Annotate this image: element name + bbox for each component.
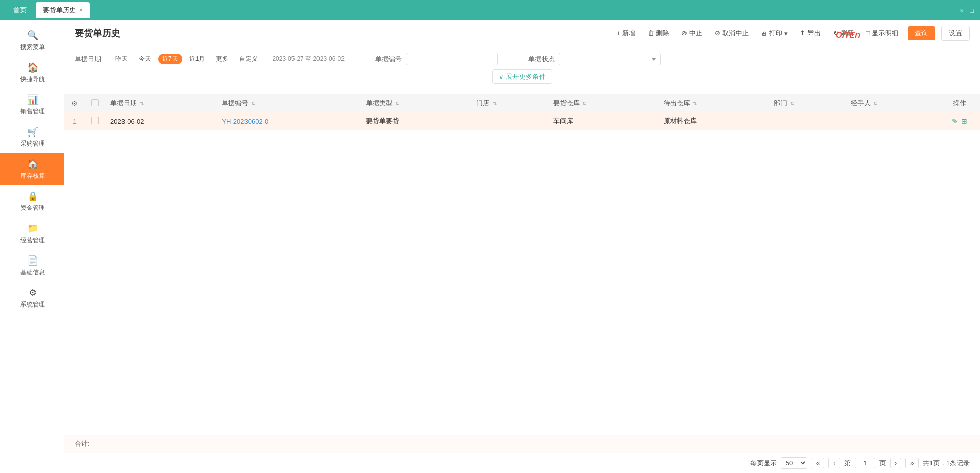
display-detail-button[interactable]: □ 显示明细 [863,27,901,40]
delete-button[interactable]: 🗑 删除 [645,27,673,40]
row-dept [769,112,846,130]
row-date: 2023-06-02 [105,112,216,130]
often-badge: OfTEn [836,31,860,40]
chart-icon: 📊 [27,94,38,105]
sort-pending-wh-icon: ⇅ [693,101,697,106]
sidebar-item-quick-nav[interactable]: 🏠 快捷导航 [0,57,64,89]
pagination-bar: 每页显示 50 10 20 100 « ‹ 第 页 › » 共1页，1条记录 [64,453,980,473]
row-action: ✎ ⊞ [939,112,980,130]
shortcut-yesterday[interactable]: 昨天 [111,54,132,64]
export-button[interactable]: ⬆ 导出 [797,27,824,40]
home-icon: 🏠 [27,62,38,73]
row-type: 要货单要货 [361,112,471,130]
next-page-button[interactable]: › [890,458,901,468]
order-no-input[interactable] [406,53,498,65]
col-checkbox[interactable] [85,94,105,112]
sidebar-item-system[interactable]: ⚙ 系统管理 [0,282,64,314]
col-action: 操作 [939,94,980,112]
print-dropdown-icon: ▾ [784,30,788,37]
row-handler [846,112,939,130]
sidebar-item-sales[interactable]: 📊 销售管理 [0,89,64,121]
table-area: ⚙ 单据日期 ⇅ 单据编号 ⇅ 单据类型 [64,94,980,435]
window-close-icon[interactable]: × [960,7,964,14]
shortcut-last1month[interactable]: 近1月 [185,54,209,64]
col-handler[interactable]: 经手人 ⇅ [846,94,939,112]
content-area: 要货单历史 + 新增 🗑 删除 ⊘ 中止 ⊘ 取消中止 🖨 打印 ▾ [64,20,980,473]
tab-home[interactable]: 首页 [6,2,34,18]
row-num: 1 [64,112,85,130]
new-button[interactable]: + 新增 [614,27,639,40]
filter-row-2: ∨ 展开更多条件 [75,69,970,84]
pagination-summary: 共1页，1条记录 [923,459,970,468]
table-row: 1 2023-06-02 YH-20230602-0 要货单要货 车间库 原材料… [64,112,980,130]
close-tab-icon[interactable]: × [79,7,83,14]
shortcut-today[interactable]: 今天 [135,54,155,64]
search-icon: 🔍 [27,30,38,41]
row-checkbox[interactable] [85,112,105,130]
print-button[interactable]: 🖨 打印 ▾ [758,27,791,40]
document-icon: 📄 [27,255,38,266]
query-button[interactable]: 查询 [908,26,935,40]
filter-row-1: 单据日期 昨天 今天 近7天 近1月 更多 自定义 2023-05-27 至 2… [75,53,970,65]
col-date[interactable]: 单据日期 ⇅ [105,94,216,112]
window-maximize-icon[interactable]: □ [970,7,974,14]
order-no-label: 单据编号 [375,55,402,64]
status-select[interactable] [559,53,661,65]
page-input[interactable] [855,458,875,468]
cancel-stop-button[interactable]: ⊘ 取消中止 [712,27,752,40]
prev-page-button[interactable]: ‹ [828,458,840,468]
last-page-button[interactable]: » [905,458,918,468]
sidebar-item-finance[interactable]: 🔒 资金管理 [0,185,64,218]
per-page-select[interactable]: 50 10 20 100 [781,457,807,469]
row-store [471,112,548,130]
edit-icon[interactable]: ✎ [952,117,958,125]
sort-type-icon: ⇅ [395,101,399,106]
sort-date-icon: ⇅ [140,101,144,106]
tab-order-history[interactable]: 要货单历史 × [36,2,90,18]
top-bar-right: × □ [960,7,974,14]
sidebar-item-search[interactable]: 🔍 搜索菜单 [0,25,64,57]
sort-req-wh-icon: ⇅ [582,101,586,106]
page-title: 要货单历史 [75,27,120,39]
gear-icon: ⚙ [29,287,37,298]
first-page-button[interactable]: « [812,458,824,468]
cart-icon: 🛒 [27,126,38,137]
sidebar-item-inventory[interactable]: 🏠 库存核算 [0,153,64,185]
row-select-checkbox[interactable] [91,117,99,124]
table-footer: 合计: [64,435,980,453]
col-req-warehouse[interactable]: 要货仓库 ⇅ [548,94,658,112]
lock-icon: 🔒 [27,191,38,202]
date-shortcuts: 昨天 今天 近7天 近1月 更多 自定义 [111,54,262,64]
col-type[interactable]: 单据类型 ⇅ [361,94,471,112]
chevron-down-icon: ∨ [499,73,504,81]
col-settings[interactable]: ⚙ [64,94,85,112]
stop-button[interactable]: ⊘ 中止 [678,27,705,40]
inventory-icon: 🏠 [27,158,38,170]
row-no[interactable]: YH-20230602-0 [216,112,360,130]
page-label-after: 页 [879,459,886,468]
col-dept[interactable]: 部门 ⇅ [769,94,846,112]
order-no-link[interactable]: YH-20230602-0 [222,117,268,125]
col-store[interactable]: 门店 ⇅ [471,94,548,112]
shortcut-last7days[interactable]: 近7天 [158,54,182,64]
detail-icon[interactable]: ⊞ [961,117,967,125]
date-filter-label: 单据日期 [75,55,101,64]
row-req-warehouse: 车间库 [548,112,658,130]
sidebar-item-basic-info[interactable]: 📄 基础信息 [0,250,64,282]
toolbar: + 新增 🗑 删除 ⊘ 中止 ⊘ 取消中止 🖨 打印 ▾ ⬆ 导出 [614,26,970,41]
shortcut-custom[interactable]: 自定义 [235,54,262,64]
sidebar-item-operations[interactable]: 📁 经营管理 [0,218,64,250]
col-pending-warehouse[interactable]: 待出仓库 ⇅ [658,94,769,112]
top-bar: 首页 要货单历史 × × □ [0,0,980,20]
expand-filter-button[interactable]: ∨ 展开更多条件 [492,69,552,84]
sort-dept-icon: ⇅ [790,101,794,106]
settings-button[interactable]: 设置 [941,26,970,41]
status-label: 单据状态 [528,55,555,64]
select-all-checkbox[interactable] [91,99,99,106]
data-table: ⚙ 单据日期 ⇅ 单据编号 ⇅ 单据类型 [64,94,980,130]
shortcut-more[interactable]: 更多 [212,54,232,64]
sidebar: 🔍 搜索菜单 🏠 快捷导航 📊 销售管理 🛒 采购管理 🏠 库存核算 🔒 资金管… [0,20,64,473]
filter-area: 单据日期 昨天 今天 近7天 近1月 更多 自定义 2023-05-27 至 2… [64,46,980,94]
sidebar-item-purchase[interactable]: 🛒 采购管理 [0,121,64,153]
col-no[interactable]: 单据编号 ⇅ [216,94,360,112]
